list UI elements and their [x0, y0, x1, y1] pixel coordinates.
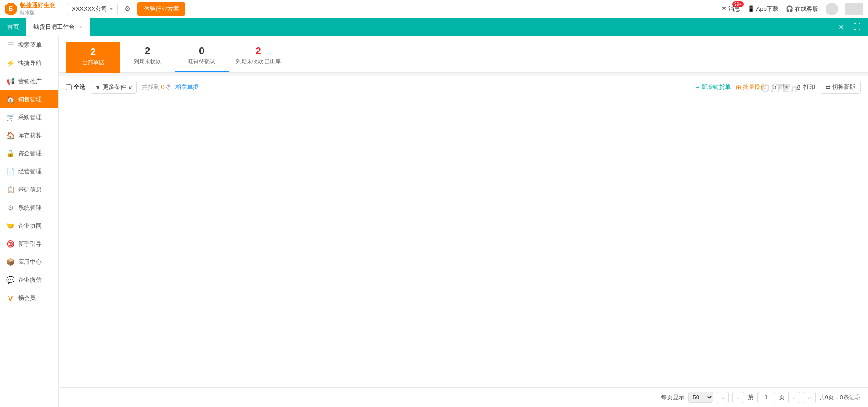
page-size-select[interactable]: 20 50 100 [688, 392, 713, 403]
last-page-btn[interactable]: » [804, 392, 816, 403]
filter-arrow: ∨ [128, 84, 132, 91]
user-name-area[interactable] [845, 3, 863, 15]
app-download-btn[interactable]: 📱 App下载 [747, 5, 778, 13]
experience-button[interactable]: 体验行业方案 [137, 2, 185, 16]
switch-icon: ⇄ [826, 84, 830, 91]
enterprise-coop-icon: 🤝 [6, 222, 14, 230]
page-suffix: 页 [779, 393, 785, 402]
tab-home[interactable]: 首页 [0, 18, 26, 36]
stat-number-all: 2 [74, 46, 112, 58]
stat-number-overdue-unshipped: 2 [236, 45, 281, 57]
tab-active[interactable]: 钱货日清工作台 × [26, 18, 90, 36]
add-sale-order-btn[interactable]: + 新增销货单 [696, 83, 731, 91]
app-download-label: App下载 [756, 5, 778, 13]
sidebar-item-sales[interactable]: 🏠 销售管理 [0, 90, 58, 108]
sidebar-item-basic-info[interactable]: 📋 基础信息 [0, 181, 58, 199]
sidebar-item-inventory[interactable]: 🏠 库存核算 [0, 126, 58, 145]
sidebar-item-label-quick-nav: 快捷导航 [18, 59, 42, 67]
message-btn[interactable]: ✉ 消息 99+ [722, 5, 740, 13]
sidebar-item-app-center[interactable]: 📦 应用中心 [0, 253, 58, 271]
refresh-btn[interactable]: ↻ 刷新 [772, 83, 790, 91]
sidebar-item-label-member: 畅会员 [18, 294, 36, 302]
tab-bar: 首页 钱货日清工作台 × ✕ ⛶ [0, 18, 868, 36]
sidebar-item-marketing[interactable]: 📢 营销推广 [0, 72, 58, 90]
stat-tab-overdue-unshipped[interactable]: 2 到期未收款 已出库 [229, 42, 288, 72]
sidebar-item-member[interactable]: V 畅会员 [0, 289, 58, 307]
sidebar-item-operations[interactable]: 📄 经营管理 [0, 163, 58, 181]
settings-button[interactable]: ⚙ [121, 3, 134, 15]
tab-active-label: 钱货日清工作台 [33, 23, 75, 31]
stat-tab-wangpu[interactable]: 0 旺铺待确认 [175, 42, 229, 72]
app-download-icon: 📱 [747, 5, 755, 12]
message-badge: 99+ [732, 1, 744, 7]
app-title: 畅捷通好生意 [20, 2, 55, 9]
add-label: 新增销货单 [701, 83, 731, 91]
refresh-icon: ↻ [772, 84, 777, 91]
first-page-btn[interactable]: « [717, 392, 729, 403]
tab-maximize-btn[interactable]: ⛶ [851, 21, 863, 33]
sidebar-item-quick-nav[interactable]: ⚡ 快捷导航 [0, 54, 58, 72]
page-number-input[interactable] [757, 392, 775, 403]
sidebar-item-label-app-center: 应用中心 [18, 258, 42, 266]
quick-nav-icon: ⚡ [6, 59, 14, 67]
logo-text: 畅捷通好生意 标准版 [20, 2, 55, 16]
sidebar-item-purchase[interactable]: 🛒 采购管理 [0, 108, 58, 126]
batch-label: 批量操作 [743, 83, 766, 91]
stat-tab-overdue-unpaid[interactable]: 2 到期未收款 [120, 42, 175, 72]
add-icon: + [696, 84, 699, 91]
stat-tab-all[interactable]: 2 全部单据 [66, 42, 120, 73]
purchase-icon: 🛒 [6, 113, 14, 122]
app-subtitle: 标准版 [20, 9, 55, 16]
stat-number-wangpu: 0 [182, 45, 222, 57]
enterprise-wechat-icon: 💬 [6, 276, 14, 284]
tab-close-window-btn[interactable]: ✕ [835, 21, 847, 33]
prev-page-btn[interactable]: ‹ [732, 392, 744, 403]
sidebar-item-search-menu[interactable]: ☰ 搜索菜单 [0, 36, 58, 54]
next-page-btn[interactable]: › [788, 392, 800, 403]
tab-bar-actions: ✕ ⛶ [835, 21, 868, 33]
stat-label-all: 全部单据 [74, 59, 112, 66]
sidebar: ☰ 搜索菜单 ⚡ 快捷导航 📢 营销推广 🏠 销售管理 🛒 采购管理 🏠 库存核… [0, 36, 59, 407]
sidebar-item-label-operations: 经营管理 [18, 168, 42, 176]
stat-label-overdue-unshipped: 到期未收款 已出库 [236, 58, 281, 65]
sidebar-item-beginner[interactable]: 🎯 新手引导 [0, 235, 58, 253]
sidebar-item-capital[interactable]: 🔒 资金管理 [0, 145, 58, 163]
sidebar-item-label-search-menu: 搜索菜单 [18, 41, 42, 49]
toolbar-right: + 新增销货单 ⊞ 批量操作 ↻ 刷新 🖨 打印 ⇄ 切换新版 [696, 81, 861, 94]
sidebar-item-enterprise-coop[interactable]: 🤝 企业协同 [0, 217, 58, 235]
stats-tabs: 2 全部单据 2 到期未收款 0 旺铺待确认 2 到期未收款 已出库 [59, 36, 868, 73]
select-all-input[interactable] [66, 84, 72, 90]
stat-number-overdue-unpaid: 2 [127, 45, 167, 57]
company-dropdown-arrow: ▼ [109, 6, 113, 11]
sidebar-item-label-inventory: 库存核算 [18, 131, 42, 140]
filter-button[interactable]: ▼ 更多条件 ∨ [91, 81, 137, 94]
tab-close-icon[interactable]: × [79, 24, 82, 30]
basic-info-icon: 📋 [6, 186, 14, 194]
logo-icon: 6 [5, 3, 17, 15]
switch-label: 切换新版 [832, 83, 856, 91]
sidebar-item-system[interactable]: ⚙ 系统管理 [0, 199, 58, 217]
inventory-icon: 🏠 [6, 131, 14, 140]
found-number: 0 [161, 84, 165, 90]
company-name: XXXXXX公司 [72, 5, 107, 13]
company-selector[interactable]: XXXXXX公司 ▼ [68, 3, 118, 15]
sidebar-item-enterprise-wechat[interactable]: 💬 企业微信 [0, 271, 58, 289]
user-avatar[interactable] [826, 3, 838, 15]
switch-new-version-btn[interactable]: ⇄ 切换新版 [821, 81, 861, 94]
logo-area: 6 畅捷通好生意 标准版 [5, 2, 55, 16]
sidebar-item-label-enterprise-wechat: 企业微信 [18, 276, 42, 284]
settings-icon: ⚙ [124, 5, 131, 13]
sidebar-item-label-system: 系统管理 [18, 204, 42, 212]
header-left: 6 畅捷通好生意 标准版 XXXXXX公司 ▼ ⚙ 体验行业方案 [5, 2, 185, 16]
online-service-btn[interactable]: 🎧 在线客服 [786, 5, 818, 13]
total-info: 共0页，0条记录 [819, 393, 861, 402]
select-all-checkbox[interactable]: 全选 [66, 83, 85, 91]
search-menu-icon: ☰ [6, 41, 14, 49]
header: 6 畅捷通好生意 标准版 XXXXXX公司 ▼ ⚙ 体验行业方案 ✉ 消息 99… [0, 0, 868, 18]
found-link[interactable]: 相关单据 [175, 84, 199, 90]
table-area [59, 98, 868, 387]
refresh-label: 刷新 [778, 83, 790, 91]
capital-icon: 🔒 [6, 150, 14, 158]
batch-operation-btn[interactable]: ⊞ 批量操作 [736, 83, 766, 91]
print-btn[interactable]: 🖨 打印 [796, 83, 815, 91]
